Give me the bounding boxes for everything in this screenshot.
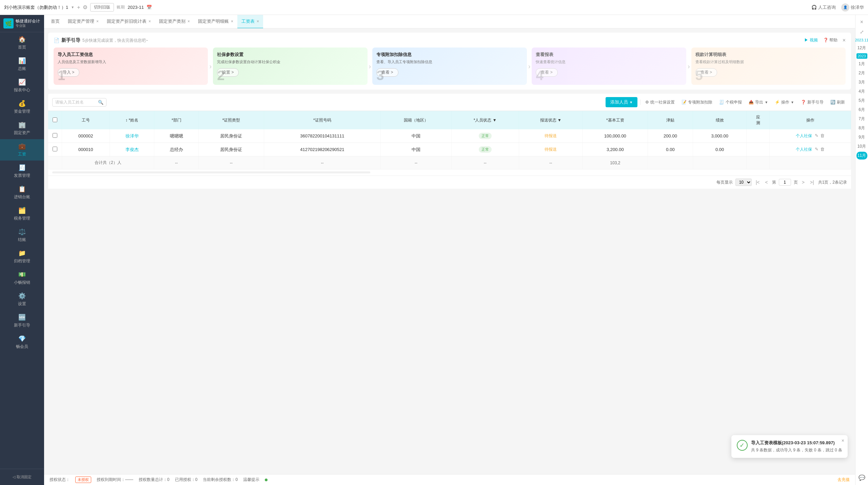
sidebar-item-vip[interactable]: 💎 畅会员 (0, 332, 44, 353)
table-wrap: 工号 ↕ *姓名 *部门 *证照类型 *证照号码 国籍（地区） *人员状态 ▼ … (48, 111, 851, 169)
toast-content: 导入工资表模板(2023-03-23 15:07:59.897) 共 9 条数据… (751, 440, 842, 453)
tab-home[interactable]: 首页 (47, 15, 64, 29)
edit-icon[interactable]: ✎ (815, 133, 818, 138)
sidebar-item-new-guide[interactable]: 🆕 新手引导 (0, 310, 44, 332)
export-btn[interactable]: 📤 导出 ▼ (747, 98, 770, 107)
month-6[interactable]: 6月 (856, 106, 867, 114)
new-guide-btn[interactable]: ❓ 新手引导 (799, 98, 826, 107)
search-input[interactable] (55, 100, 96, 105)
header-emp-id: 工号 (62, 111, 110, 129)
month-7[interactable]: 7月 (856, 115, 867, 123)
sidebar-item-archive[interactable]: 📁 归档管理 (0, 246, 44, 267)
row-checkbox[interactable] (53, 133, 57, 138)
per-page-select[interactable]: 10 20 50 (735, 179, 752, 186)
header-checkbox-cell (48, 111, 62, 129)
sidebar-item-payroll[interactable]: 💼 工资 (0, 139, 44, 161)
page-last-btn[interactable]: >| (809, 179, 815, 186)
row-checkbox[interactable] (53, 147, 57, 151)
sidebar-item-fixed-assets[interactable]: 🏢 固定资产 (0, 118, 44, 139)
add-person-btn[interactable]: 添加人员 ▼ (606, 97, 637, 107)
tab-close-icon[interactable]: × (188, 19, 190, 23)
step-arrow-3: › (527, 48, 532, 85)
special-deduction-btn[interactable]: 📝 专项附加扣除 (679, 98, 714, 107)
dropdown-arrow-icon[interactable]: ▼ (71, 5, 74, 9)
sidebar: 🌿 畅捷通好会计 专业版 🏠 首页 📊 总账 📈 报表中心 💰 资金管理 🏢 固… (0, 15, 44, 485)
sidebar-item-invoice[interactable]: 🧾 发票管理 (0, 161, 44, 182)
operations-btn[interactable]: ⚡ 操作 ▼ (773, 98, 796, 107)
status-bar: 授权状态： 未授权 授权到期时间：—— 授权数量总计：0 已用授权：0 当前剩余… (44, 474, 855, 485)
header-allowance: 津贴 (648, 111, 693, 129)
unpin-btn[interactable]: ◁ 取消固定 (0, 472, 44, 482)
sidebar-item-funds[interactable]: 💰 资金管理 (0, 96, 44, 118)
month-4[interactable]: 4月 (856, 88, 867, 95)
tab-asset-detail[interactable]: 固定资产明细账 × (194, 15, 237, 29)
cell-name[interactable]: 李俊杰 (110, 143, 154, 156)
toast-close-btn[interactable]: × (842, 438, 844, 443)
month-1[interactable]: 1月 (856, 60, 867, 68)
tab-close-icon[interactable]: × (96, 19, 99, 23)
tab-close-icon[interactable]: × (231, 19, 233, 23)
wizard-close-btn[interactable]: × (843, 37, 846, 43)
social-insurance-btn[interactable]: ⚙ 统一社保设置 (643, 98, 677, 107)
sidebar-item-settings[interactable]: ⚙️ 设置 (0, 289, 44, 310)
page-next-btn[interactable]: > (801, 179, 806, 186)
sidebar-item-close[interactable]: ⚖️ 结账 (0, 225, 44, 246)
sidebar-item-reports[interactable]: 📈 报表中心 (0, 75, 44, 96)
maximize-btn[interactable]: ⤢ (855, 28, 868, 36)
select-all-checkbox[interactable] (53, 117, 57, 122)
horizontal-scrollbar[interactable] (52, 171, 370, 173)
close-panel-btn[interactable]: × (855, 18, 868, 26)
total-records: 共1页，2条记录 (818, 180, 847, 185)
month-11[interactable]: 11月 (856, 152, 867, 160)
sidebar-item-tax[interactable]: 🗂️ 税务管理 (0, 203, 44, 225)
year-2023-label[interactable]: 2023 (856, 53, 867, 59)
ai-consult-btn[interactable]: 🎧 人工咨询 (811, 4, 836, 11)
period-value: 2023-11 (127, 5, 144, 10)
delete-icon[interactable]: 🗑 (820, 147, 825, 152)
video-icon: ▶ (804, 38, 808, 42)
wizard-step-2: 社保参数设置 完成社保参数设置自动计算社保公积金 设置 > 2 (213, 48, 367, 85)
add-account-icon[interactable]: + (77, 4, 80, 11)
switch-version-btn[interactable]: 切到旧版 (90, 3, 114, 12)
panel-feedback-icon[interactable]: 💬 (857, 473, 867, 482)
delete-icon[interactable]: 🗑 (820, 133, 825, 138)
sidebar-item-label: 进销台账 (14, 194, 30, 200)
page-prev-btn[interactable]: < (764, 179, 769, 186)
video-link[interactable]: ▶ 视频 (804, 37, 817, 43)
month-2[interactable]: 2月 (856, 69, 867, 77)
cell-id-type: 居民身份证 (199, 129, 264, 143)
toolbar: 🔍 添加人员 ▼ ⚙ 统一社保设置 📝 专项附加扣除 (48, 94, 851, 111)
tab-fixed-assets[interactable]: 固定资产管理 × (64, 15, 103, 29)
page-label: 第 (772, 180, 776, 185)
header-dept: *部门 (154, 111, 199, 129)
user-info-btn[interactable]: 👤 徐泽华 (841, 3, 864, 12)
tab-depreciation[interactable]: 固定资产折旧统计表 × (103, 15, 155, 29)
pagination-footer: 每页显示 10 20 50 |< < 第 页 > >| 共1页，2条记 (48, 175, 851, 189)
tab-asset-category[interactable]: 固定资产类别 × (155, 15, 194, 29)
month-8[interactable]: 8月 (856, 124, 867, 132)
sidebar-item-expense[interactable]: 💵 小畅报销 (0, 267, 44, 289)
page-first-btn[interactable]: |< (754, 179, 761, 186)
tax-report-btn[interactable]: 🧾 个税申报 (717, 98, 744, 107)
tab-close-icon[interactable]: × (257, 19, 259, 23)
toast-success-icon: ✓ (737, 440, 748, 451)
sidebar-item-home[interactable]: 🏠 首页 (0, 32, 44, 54)
month-3[interactable]: 3月 (856, 78, 867, 86)
edit-icon[interactable]: ✎ (815, 147, 818, 152)
recharge-btn[interactable]: 去充值 (837, 477, 850, 483)
settings-icon[interactable]: ⚙ (83, 4, 87, 11)
month-12[interactable]: 12月 (856, 44, 867, 52)
month-5[interactable]: 5月 (856, 97, 867, 105)
sidebar-item-purchase-sales[interactable]: 📋 进销台账 (0, 182, 44, 203)
tab-payroll[interactable]: 工资表 × (237, 15, 263, 29)
help-link[interactable]: ❓ 帮助 (823, 37, 837, 43)
calendar-icon[interactable]: 📅 (146, 5, 152, 10)
cell-name[interactable]: 徐泽华 (110, 129, 154, 143)
search-icon[interactable]: 🔍 (98, 100, 103, 105)
sidebar-item-general-ledger[interactable]: 📊 总账 (0, 54, 44, 75)
page-number-input[interactable] (779, 179, 791, 186)
tab-close-icon[interactable]: × (149, 19, 151, 23)
month-10[interactable]: 10月 (856, 143, 867, 150)
month-9[interactable]: 9月 (856, 133, 867, 141)
refresh-btn[interactable]: 🔄 刷新 (828, 98, 847, 107)
